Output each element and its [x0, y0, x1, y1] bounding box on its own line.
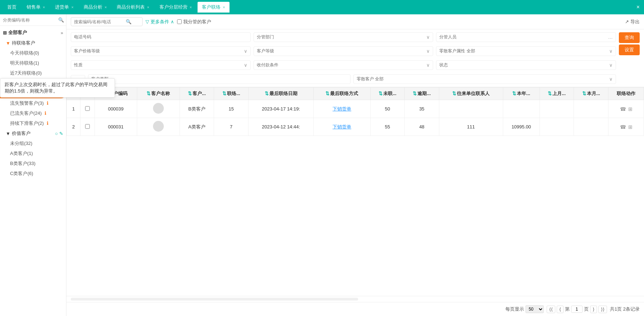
filter-buttons: 查询 设置	[619, 32, 640, 55]
last-page-button[interactable]: ⟩⟩	[598, 306, 607, 313]
sidebar-waiting-group[interactable]: ▼ 待联络客户	[0, 38, 66, 48]
row1-action-link[interactable]: ⊞	[628, 106, 633, 112]
sidebar: 🔍 ⊞ 全部客户 » ▼ 待联络客户 今天待联络(0) 明天待联络(1) 近7天…	[0, 14, 66, 316]
sidebar-tomorrow-contact[interactable]: 明天待联络(1)	[0, 58, 66, 68]
row1-name	[137, 100, 180, 118]
close-all-tabs[interactable]: ×	[636, 4, 640, 10]
sidebar-week-contact[interactable]: 近7天待联络(0)	[0, 68, 66, 78]
filter-price-level[interactable]: 客户价格等级 ∨	[71, 46, 251, 56]
settings-button[interactable]: 设置	[619, 44, 640, 55]
name-col-header[interactable]: ⇅客户名称	[137, 88, 180, 100]
sidebar-declining[interactable]: 持续下滑客户(2) ℹ	[0, 118, 66, 128]
tab-analysis[interactable]: 商品分析 ×	[79, 2, 111, 13]
filter-row-1: 电话号码 分管部门 ∨ 分管人员 …	[71, 32, 616, 42]
page-navigation: ⟨⟨ ⟨ 第 页 ⟩ ⟩⟩	[547, 306, 607, 313]
manager-dropdown-icon: …	[608, 34, 613, 40]
sort-indicator9: ⇅	[452, 91, 456, 96]
prev-page-button[interactable]: ⟨	[557, 306, 564, 313]
filter-section: 电话号码 分管部门 ∨ 分管人员 …	[66, 29, 644, 87]
filter-manager[interactable]: 分管人员 …	[436, 32, 616, 42]
tab-sales[interactable]: 销售单 ×	[22, 2, 49, 13]
customer-table: ⚙ ⇅客户编码 ⇅客户名称 ⇅客户... ⇅联络...	[66, 87, 644, 136]
row1-checkbox[interactable]	[80, 100, 95, 118]
table-body: 1 000039 B类客户 15 2023-04-17 14:19: 下销货单 …	[67, 100, 644, 136]
row2-checkbox[interactable]	[80, 118, 95, 136]
more-conditions-toggle[interactable]: ▽ 更多条件 ∧	[145, 19, 174, 25]
edit-icon[interactable]: ✎	[59, 131, 63, 136]
type-col-header[interactable]: ⇅客户...	[180, 88, 214, 100]
sort-indicator4: ⇅	[222, 91, 226, 96]
main-layout: 🔍 ⊞ 全部客户 » ▼ 待联络客户 今天待联络(0) 明天待联络(1) 近7天…	[0, 14, 644, 316]
filter-phone[interactable]: 电话号码	[71, 32, 251, 42]
row1-action-phone[interactable]: ☎	[620, 106, 626, 112]
sidebar-collapse-icon[interactable]: »	[61, 30, 63, 36]
close-purchase-tab[interactable]: ×	[71, 5, 73, 9]
tab-customer-tier[interactable]: 客户分层经营 ×	[155, 2, 196, 13]
row2-last-method[interactable]: 下销货单	[314, 118, 370, 136]
close-customer-tier-tab[interactable]: ×	[190, 5, 192, 9]
last-month-col-header[interactable]: ⇅上月...	[539, 88, 574, 100]
last-method-col-header[interactable]: ⇅最后联络方式	[314, 88, 370, 100]
close-customer-contact-tab[interactable]: ×	[223, 5, 225, 9]
horizontal-scrollbar[interactable]	[71, 298, 358, 301]
close-analysis-list-tab[interactable]: ×	[147, 5, 149, 9]
tab-analysis-list[interactable]: 商品分析列表 ×	[112, 2, 153, 13]
nature-dropdown: ∨	[244, 62, 247, 68]
filter-row-4: ... 客户类型 零散客户 全部 ∨	[71, 74, 616, 84]
row1-uncontacted: 50	[370, 100, 405, 118]
row2-action-phone[interactable]: ☎	[620, 124, 626, 130]
sidebar-search-input[interactable]	[3, 18, 57, 23]
sidebar-today-contact[interactable]: 今天待联络(0)	[0, 48, 66, 58]
sidebar-churned[interactable]: 已流失客户(24) ℹ	[0, 108, 66, 118]
contact2-col-header[interactable]: ⇅往来单位联系人	[439, 88, 503, 100]
tab-customer-contact[interactable]: 客户联络 ×	[198, 2, 229, 13]
sidebar-class-b[interactable]: B类客户(33)	[0, 159, 66, 169]
my-customers-checkbox[interactable]: 我分管的客户	[177, 19, 211, 25]
sort-indicator12: ⇅	[582, 91, 586, 96]
this-year-col-header[interactable]: ⇅本年...	[503, 88, 539, 100]
page-number-input[interactable]	[571, 306, 583, 313]
sort-indicator5: ⇅	[265, 91, 269, 96]
tab-purchase[interactable]: 进货单 ×	[51, 2, 78, 13]
export-button[interactable]: ↗ 导出	[625, 19, 640, 25]
row2-contact2: 111	[439, 118, 503, 136]
filter-customer-type[interactable]: 客户类型	[88, 74, 351, 84]
filter-status[interactable]: 状态 ∨	[436, 60, 616, 70]
row1-last-method[interactable]: 下销货单	[314, 100, 370, 118]
uncontacted-col-header[interactable]: ⇅未联...	[370, 88, 405, 100]
horizontal-scroll-area[interactable]	[66, 296, 644, 302]
row2-action-link[interactable]: ⊞	[628, 124, 633, 130]
sidebar-churn-warning[interactable]: 流失预警客户(3) ℹ	[0, 98, 66, 108]
row2-uncontacted: 55	[370, 118, 405, 136]
sidebar-search-icon[interactable]: 🔍	[58, 17, 64, 23]
filter-dept[interactable]: 分管部门 ∨	[254, 32, 434, 42]
query-button[interactable]: 查询	[619, 32, 640, 43]
last-date-col-header[interactable]: ⇅最后联络日期	[248, 88, 313, 100]
filter-scatter-attr[interactable]: 零散客户属性 全部 ∨	[436, 46, 616, 56]
this-month-col-header[interactable]: ⇅本月...	[574, 88, 608, 100]
close-sales-tab[interactable]: ×	[43, 5, 45, 9]
sidebar-class-c[interactable]: C类客户(6)	[0, 169, 66, 179]
main-search-icon[interactable]: 🔍	[126, 19, 131, 24]
filter-payment[interactable]: 收付款条件 ∨	[254, 60, 434, 70]
close-analysis-tab[interactable]: ×	[105, 5, 107, 9]
sidebar-search-bar: 🔍	[0, 14, 66, 26]
overdue-col-header[interactable]: ⇅逾期...	[405, 88, 439, 100]
next-page-button[interactable]: ⟩	[590, 306, 597, 313]
filter-nature[interactable]: 性质 ∨	[71, 60, 251, 70]
filter-scatter-customer[interactable]: 零散客户 全部 ∨	[353, 74, 616, 84]
per-page-select[interactable]: 50 100 200	[525, 305, 544, 313]
first-page-button[interactable]: ⟨⟨	[547, 306, 555, 313]
filter-row-3: 性质 ∨ 收付款条件 ∨ 状态 ∨	[71, 60, 616, 70]
filter-icon: ▽	[145, 19, 149, 24]
main-search-input[interactable]	[74, 19, 124, 24]
table-row: 2 000031 A类客户 7 2023-04-12 14:44: 下销货单 5…	[67, 118, 644, 136]
my-customers-check[interactable]	[177, 19, 182, 24]
sidebar-ungrouped[interactable]: 未分组(32)	[0, 138, 66, 148]
sidebar-class-a[interactable]: A类客户(1)	[0, 148, 66, 159]
sort-indicator3: ⇅	[188, 91, 192, 96]
circle-icon[interactable]: ○	[55, 131, 58, 136]
filter-customer-level[interactable]: 客户等级 ∨	[254, 46, 434, 56]
tab-home[interactable]: 首页	[3, 2, 21, 13]
contact-col-header[interactable]: ⇅联络...	[214, 88, 249, 100]
